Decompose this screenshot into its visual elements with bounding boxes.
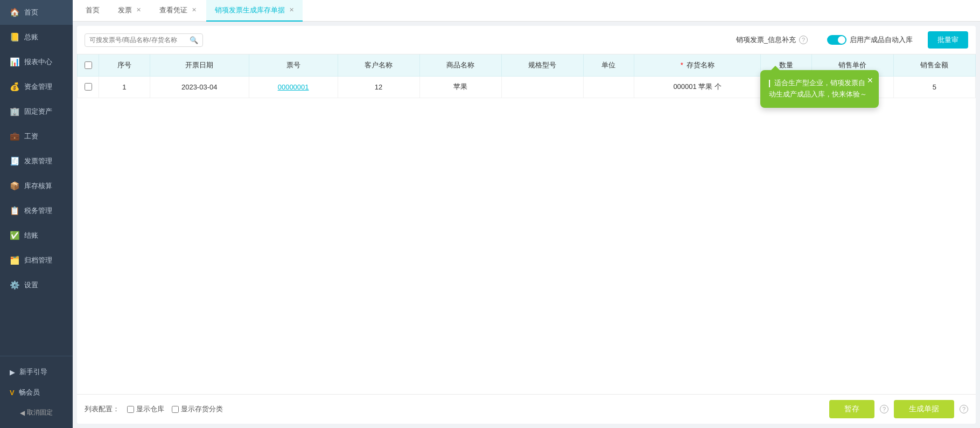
sidebar-item-label: 报表中心	[24, 57, 52, 67]
tab-invoice[interactable]: 发票 ✕	[109, 0, 150, 22]
new-guide-icon: ▶	[10, 368, 15, 376]
home-icon: 🏠	[10, 8, 20, 17]
sidebar-item-vip[interactable]: V 畅会员	[0, 382, 73, 403]
toggle-knob	[838, 36, 845, 44]
cancel-fixed[interactable]: ◀ 取消固定	[0, 403, 73, 423]
sidebar-item-label: 首页	[24, 8, 38, 17]
sidebar-item-label: 归档管理	[24, 256, 52, 265]
bottom-actions: 暂存 ? 生成单据 ?	[829, 400, 968, 418]
sidebar: 🏠 首页 📒 总账 📊 报表中心 💰 资金管理 🏢 固定资产 💼 工资 🧾 发票…	[0, 0, 73, 428]
td-ticket-no[interactable]: 00000001	[249, 76, 338, 98]
toolbar-info: 销项发票_信息补充 ?	[736, 35, 808, 45]
tooltip-popup: ✕ 适合生产型企业，销项发票自动生成产成品入库，快来体验～	[760, 70, 879, 108]
sidebar-item-label: 税务管理	[24, 206, 52, 216]
sidebar-item-settlement[interactable]: ✅ 结账	[0, 223, 73, 248]
show-warehouse-checkbox[interactable]	[127, 406, 134, 413]
sidebar-item-label: 结账	[24, 231, 38, 240]
cancel-fixed-label: 取消固定	[27, 408, 53, 417]
sidebar-item-new-guide[interactable]: ▶ 新手引导	[0, 362, 73, 382]
th-inventory-name: * 存货名称	[634, 54, 761, 76]
archive-icon: 🗂️	[10, 256, 20, 265]
th-product-name: 商品名称	[419, 54, 501, 76]
sidebar-item-label: 工资	[24, 132, 38, 141]
sidebar-item-label: 发票管理	[24, 156, 52, 166]
search-input[interactable]	[89, 36, 186, 44]
show-inventory-category-checkbox[interactable]	[172, 406, 179, 413]
required-star: *	[681, 61, 683, 69]
tab-invoice-close[interactable]: ✕	[136, 6, 141, 13]
td-date: 2023-03-04	[150, 76, 249, 98]
sidebar-item-inventory[interactable]: 📦 库存核算	[0, 174, 73, 198]
sidebar-item-fund-management[interactable]: 💰 资金管理	[0, 74, 73, 99]
td-inventory-name[interactable]: 000001 苹果 个	[634, 76, 761, 98]
new-guide-label: 新手引导	[19, 367, 47, 377]
sidebar-item-fixed-assets[interactable]: 🏢 固定资产	[0, 99, 73, 124]
list-config-label: 列表配置：	[85, 404, 120, 414]
search-wrap[interactable]: 🔍	[85, 33, 203, 47]
page-content: 🔍 销项发票_信息补充 ? 启用产成品自动入库 批量审	[77, 26, 976, 424]
assets-icon: 🏢	[10, 107, 20, 116]
save-help-icon[interactable]: ?	[880, 405, 888, 413]
tooltip-close-button[interactable]: ✕	[867, 74, 873, 86]
info-icon[interactable]: ?	[799, 36, 808, 44]
sidebar-item-settings[interactable]: ⚙️ 设置	[0, 273, 73, 298]
tab-view-voucher[interactable]: 查看凭证 ✕	[151, 0, 205, 22]
show-inventory-category-label[interactable]: 显示存货分类	[172, 404, 223, 414]
td-unit	[583, 76, 634, 98]
th-date: 开票日期	[150, 54, 249, 76]
vip-label: 畅会员	[19, 388, 40, 397]
settings-icon: ⚙️	[10, 280, 20, 290]
th-customer: 客户名称	[338, 54, 419, 76]
td-product-name: 苹果	[419, 76, 501, 98]
sidebar-bottom: ▶ 新手引导 V 畅会员 ◀ 取消固定	[0, 356, 73, 428]
toggle-label: 启用产成品自动入库	[850, 35, 913, 45]
sidebar-item-invoice-management[interactable]: 🧾 发票管理	[0, 149, 73, 174]
tab-home[interactable]: 首页	[77, 0, 108, 22]
td-spec	[501, 76, 583, 98]
auto-warehouse-toggle[interactable]	[827, 35, 846, 45]
sidebar-item-label: 库存核算	[24, 181, 52, 191]
sidebar-item-payroll[interactable]: 💼 工资	[0, 124, 73, 149]
payroll-icon: 💼	[10, 132, 20, 141]
sidebar-item-label: 固定资产	[24, 107, 52, 116]
generate-button[interactable]: 生成单据	[894, 400, 954, 418]
tab-bar: 首页 发票 ✕ 查看凭证 ✕ 销项发票生成库存单据 ✕	[73, 0, 980, 22]
th-ticket-no: 票号	[249, 54, 338, 76]
batch-button[interactable]: 批量审	[928, 31, 968, 49]
sidebar-item-report-center[interactable]: 📊 报表中心	[0, 50, 73, 74]
info-label: 销项发票_信息补充	[736, 35, 796, 45]
ticket-no-link[interactable]: 00000001	[278, 83, 309, 91]
td-checkbox	[78, 76, 99, 98]
tab-cancel-invoice[interactable]: 销项发票生成库存单据 ✕	[206, 0, 303, 22]
inventory-icon: 📦	[10, 181, 20, 191]
sidebar-item-home[interactable]: 🏠 首页	[0, 0, 73, 25]
th-amount: 销售金额	[893, 54, 975, 76]
select-all-checkbox[interactable]	[85, 61, 92, 69]
toolbar: 🔍 销项发票_信息补充 ? 启用产成品自动入库 批量审	[77, 26, 976, 54]
vip-icon: V	[10, 389, 15, 397]
td-amount: 5	[893, 76, 975, 98]
toggle-wrap: 启用产成品自动入库	[827, 35, 913, 45]
tooltip-cursor	[769, 80, 770, 87]
tab-cancel-invoice-close[interactable]: ✕	[289, 6, 294, 13]
ledger-icon: 📒	[10, 32, 20, 42]
invoice-icon: 🧾	[10, 156, 20, 166]
th-spec: 规格型号	[501, 54, 583, 76]
th-unit: 单位	[583, 54, 634, 76]
generate-help-icon[interactable]: ?	[960, 405, 968, 413]
sidebar-item-general-ledger[interactable]: 📒 总账	[0, 25, 73, 50]
sidebar-item-archive-management[interactable]: 🗂️ 归档管理	[0, 248, 73, 273]
sidebar-item-tax-management[interactable]: 📋 税务管理	[0, 198, 73, 223]
sidebar-item-label: 设置	[24, 280, 38, 290]
tax-icon: 📋	[10, 206, 20, 216]
save-button[interactable]: 暂存	[829, 400, 874, 418]
tooltip-text: 适合生产型企业，销项发票自动生成产成品入库，快来体验～	[769, 79, 867, 98]
row-checkbox[interactable]	[85, 83, 92, 91]
show-warehouse-label[interactable]: 显示仓库	[127, 404, 164, 414]
fund-icon: 💰	[10, 82, 20, 92]
tab-view-voucher-close[interactable]: ✕	[192, 6, 197, 13]
th-checkbox	[78, 54, 99, 76]
sidebar-item-label: 资金管理	[24, 82, 52, 92]
bottom-bar: 列表配置： 显示仓库 显示存货分类 暂存 ? 生成单据 ?	[77, 394, 976, 424]
td-customer: 12	[338, 76, 419, 98]
